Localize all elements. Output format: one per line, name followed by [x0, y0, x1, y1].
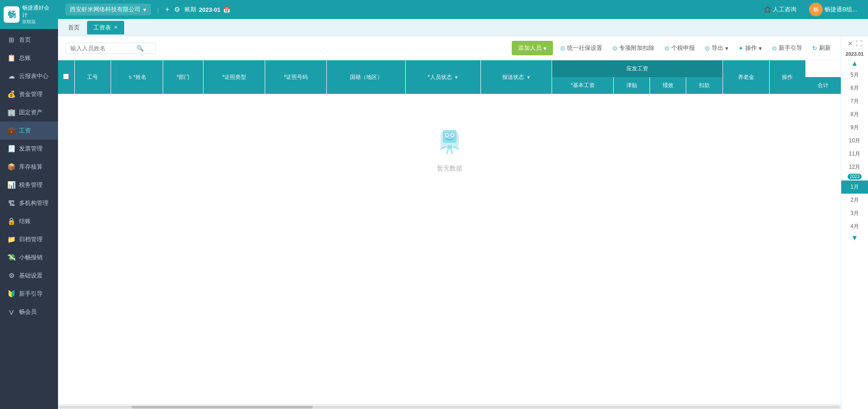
- tax-declare-label: 个税申报: [671, 44, 695, 52]
- report-filter-icon[interactable]: ▼: [526, 75, 531, 80]
- user-menu[interactable]: 畅 畅捷通B组...: [805, 1, 861, 18]
- sidebar-item-expense[interactable]: 💸小畅报销: [0, 248, 58, 267]
- sidebar-item-multi-org[interactable]: 🏗多机构管理: [0, 194, 58, 212]
- month-panel: ✕ ⛶ 2023.01 ▲ 5月 6月 7月 8月 9月 10月 11月 12月…: [841, 36, 868, 409]
- th-id: 工号: [74, 60, 111, 94]
- month-item-2022-07[interactable]: 7月: [841, 95, 868, 108]
- scrollbar-thumb[interactable]: [131, 406, 313, 409]
- expense-icon: 💸: [7, 253, 15, 262]
- new-guide-btn[interactable]: ⊙ 新手引导: [769, 42, 805, 54]
- search-input[interactable]: [70, 45, 134, 52]
- svg-rect-1: [443, 130, 456, 143]
- settings-icon: ⚙: [7, 272, 15, 280]
- operations-btn[interactable]: ✦ 操作 ▾: [736, 42, 765, 54]
- th-report-status: 报送状态 ▼: [481, 60, 552, 94]
- panel-close-icon[interactable]: ✕: [848, 40, 853, 47]
- company-name: 西安虾米网络科技有限公司: [70, 5, 141, 14]
- refresh-label: 刷新: [819, 44, 831, 52]
- tabs-bar: 首页 工资表 ✕: [58, 19, 868, 36]
- month-item-2023-02[interactable]: 2月: [841, 194, 868, 207]
- headset-icon: 🎧: [764, 6, 771, 13]
- sidebar-item-home[interactable]: ⊞首页: [0, 31, 58, 49]
- sidebar: 畅 畅捷通好会计 旗舰版 ⊞首页📋总账☁云报表中心💰资金管理🏢固定资产💼工资🧾发…: [0, 0, 58, 409]
- status-filter-icon[interactable]: ▼: [454, 75, 459, 80]
- select-all-checkbox[interactable]: [63, 73, 69, 79]
- ledger-icon: 📋: [7, 54, 15, 62]
- tab-home[interactable]: 首页: [62, 21, 86, 34]
- add-company-icon[interactable]: +: [165, 5, 169, 14]
- month-item-2023-04[interactable]: 4月: [841, 220, 868, 233]
- sidebar-item-inventory[interactable]: 📦库存核算: [0, 158, 58, 176]
- social-settings-icon: ⊙: [560, 45, 565, 52]
- th-pension: 养老金: [723, 60, 770, 94]
- inventory-icon: 📦: [7, 163, 15, 171]
- tax-icon: 📊: [7, 181, 15, 189]
- sidebar-item-fixed-assets[interactable]: 🏢固定资产: [0, 103, 58, 122]
- period-value: 2023-01: [199, 6, 221, 13]
- scrollbar-track[interactable]: [59, 406, 840, 409]
- settings-icon[interactable]: ⚙: [174, 5, 180, 14]
- company-selector[interactable]: 西安虾米网络科技有限公司 ▾: [65, 4, 151, 15]
- sidebar-logo[interactable]: 畅 畅捷通好会计 旗舰版: [0, 0, 58, 29]
- refresh-btn[interactable]: ↻ 刷新: [810, 42, 834, 54]
- tab-close-icon[interactable]: ✕: [114, 24, 118, 30]
- topbar-period: 账期 2023-01 📅: [184, 5, 231, 14]
- th-performance: 绩效: [650, 77, 686, 94]
- period-label: 账期: [184, 5, 196, 14]
- assistant-btn[interactable]: 🎧 人工咨询: [760, 4, 800, 15]
- sidebar-item-salary[interactable]: 💼工资: [0, 122, 58, 140]
- th-id-no: *证照号码: [265, 60, 327, 94]
- guide-icon: 🔰: [7, 290, 15, 298]
- sidebar-label-archive: 归档管理: [19, 235, 43, 243]
- horizontal-scrollbar[interactable]: [58, 404, 841, 409]
- th-checkbox[interactable]: [58, 60, 74, 94]
- month-nav-down[interactable]: ▼: [841, 233, 868, 243]
- sidebar-item-cloud-report[interactable]: ☁云报表中心: [0, 67, 58, 85]
- panel-expand-icon[interactable]: ⛶: [856, 40, 862, 47]
- month-item-2022-10[interactable]: 10月: [841, 134, 868, 147]
- tab-salary[interactable]: 工资表 ✕: [87, 21, 124, 34]
- sidebar-item-settings[interactable]: ⚙基础设置: [0, 267, 58, 285]
- export-label: 导出: [712, 44, 723, 52]
- sidebar-item-member[interactable]: V畅会员: [0, 303, 58, 321]
- month-item-2022-05[interactable]: 5月: [841, 68, 868, 82]
- sidebar-item-archive[interactable]: 📁归档管理: [0, 230, 58, 248]
- month-item-2023-03[interactable]: 3月: [841, 207, 868, 220]
- tab-home-label: 首页: [68, 24, 80, 32]
- th-status: *人员状态 ▼: [406, 60, 481, 94]
- month-item-2022-06[interactable]: 6月: [841, 82, 868, 95]
- month-item-2023-01[interactable]: 1月: [841, 180, 868, 194]
- month-item-2022-12[interactable]: 12月: [841, 161, 868, 174]
- user-avatar: 畅: [809, 3, 823, 16]
- sidebar-item-invoice[interactable]: 🧾发票管理: [0, 140, 58, 158]
- th-name: ⇅ *姓名: [111, 60, 163, 94]
- sidebar-label-settings: 基础设置: [19, 272, 43, 280]
- special-deduct-btn[interactable]: ⊙ 专项附加扣除: [610, 42, 657, 54]
- fund-icon: 💰: [7, 90, 15, 98]
- sidebar-label-guide: 新手引导: [19, 290, 43, 298]
- operations-label: 操作: [745, 44, 757, 52]
- sidebar-item-ledger[interactable]: 📋总账: [0, 49, 58, 67]
- month-item-2022-08[interactable]: 8月: [841, 108, 868, 121]
- sidebar-item-tax[interactable]: 📊税务管理: [0, 176, 58, 194]
- month-nav-up[interactable]: ▲: [841, 58, 868, 68]
- tax-declare-btn[interactable]: ⊙ 个税申报: [662, 42, 698, 54]
- th-subsidy: 津贴: [614, 77, 650, 94]
- cloud-report-icon: ☁: [7, 72, 15, 80]
- social-settings-btn[interactable]: ⊙ 统一社保设置: [558, 42, 605, 54]
- search-box[interactable]: 🔍: [65, 43, 156, 54]
- sidebar-label-home: 首页: [19, 36, 31, 44]
- month-item-2022-09[interactable]: 9月: [841, 121, 868, 134]
- sidebar-label-ledger: 总账: [19, 54, 31, 62]
- sidebar-item-fund[interactable]: 💰资金管理: [0, 85, 58, 103]
- add-person-button[interactable]: 添加人员 ▾: [512, 41, 553, 55]
- sidebar-nav: ⊞首页📋总账☁云报表中心💰资金管理🏢固定资产💼工资🧾发票管理📦库存核算📊税务管理…: [0, 29, 58, 409]
- sidebar-label-fixed-assets: 固定资产: [19, 108, 43, 117]
- sidebar-item-guide[interactable]: 🔰新手引导: [0, 285, 58, 303]
- export-btn[interactable]: ⊙ 导出 ▾: [702, 42, 731, 54]
- sidebar-item-close-period[interactable]: 🔒结账: [0, 212, 58, 230]
- refresh-icon: ↻: [812, 45, 817, 52]
- month-item-2022-11[interactable]: 11月: [841, 147, 868, 161]
- calendar-icon[interactable]: 📅: [223, 6, 230, 13]
- sort-icon: ⇅: [128, 75, 132, 80]
